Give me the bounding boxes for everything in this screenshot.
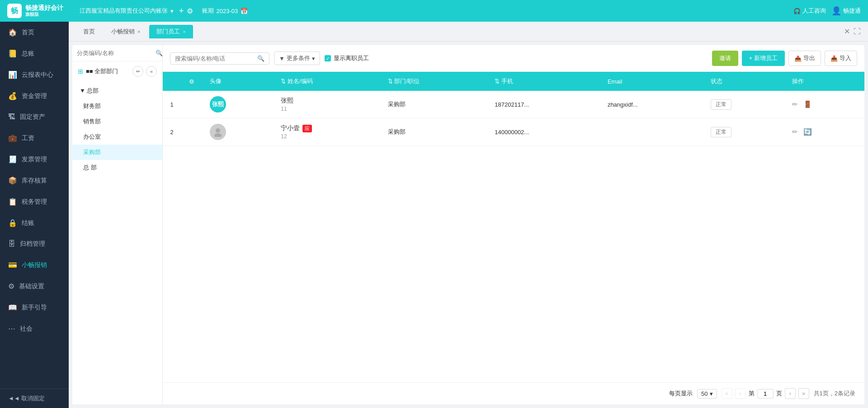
dept-purchase-label: 采购部: [83, 148, 101, 156]
period-value[interactable]: 2023-03: [217, 8, 238, 14]
reports-icon: 📊: [8, 70, 17, 79]
show-resigned-toggle[interactable]: ✓ 显示离职员工: [325, 54, 369, 62]
calendar-icon[interactable]: 📅: [241, 8, 248, 14]
all-dept-label[interactable]: ■■ 全部部门: [86, 67, 118, 75]
edit-icon[interactable]: ✏: [792, 100, 798, 108]
sidebar-item-guide[interactable]: 📖 新手引导: [0, 297, 69, 318]
sidebar-label-invoice: 发票管理: [22, 155, 47, 164]
add-employee-button[interactable]: + 新增员工: [742, 51, 785, 66]
expand-tab-button[interactable]: ⛶: [854, 27, 861, 36]
status-badge: 正常: [711, 127, 731, 137]
dept-item-sales[interactable]: 销售部: [72, 114, 162, 129]
user-label: 畅捷通: [843, 7, 861, 15]
tab-employees-close[interactable]: ×: [183, 29, 185, 34]
sidebar-item-tax[interactable]: 📋 税务管理: [0, 191, 69, 212]
page-number-input[interactable]: [757, 389, 774, 399]
page-navigation: « ‹ 第 页 › »: [722, 388, 809, 399]
user-avatar-icon: 👤: [831, 6, 841, 16]
first-page-button[interactable]: «: [722, 388, 732, 399]
sidebar-label-settings: 基础设置: [19, 282, 44, 291]
content-area: 首页 小畅报销 × 部门员工 × ✕ ⛶ 🔍: [69, 22, 868, 408]
per-page-label: 每页显示: [669, 389, 693, 398]
main-layout: 🏠 首页 📒 总账 📊 云报表中心 💰 资金管理 🏗 固定资产 💼 工资 🧾 发…: [0, 22, 868, 408]
prev-page-button[interactable]: ‹: [735, 388, 746, 399]
dept-item-office[interactable]: 办公室: [72, 129, 162, 145]
sidebar-item-home[interactable]: 🏠 首页: [0, 22, 69, 43]
tab-employees[interactable]: 部门员工 ×: [149, 25, 193, 38]
sidebar-item-payroll[interactable]: 💼 工资: [0, 127, 69, 149]
sidebar-item-assets[interactable]: 🏗 固定资产: [0, 107, 69, 127]
tab-expense[interactable]: 小畅报销 ×: [104, 25, 147, 38]
sidebar-label-assets: 固定资产: [20, 113, 45, 121]
col-dept[interactable]: ⇅ 部门/职位: [381, 72, 487, 91]
per-page-selector[interactable]: 50 ▾: [697, 389, 717, 399]
sidebar-item-more[interactable]: ⋯ 社会: [0, 318, 69, 339]
row-name-code: 张熙 11: [274, 91, 380, 118]
sidebar-item-ledger[interactable]: 📒 总账: [0, 43, 69, 64]
exit-icon[interactable]: 🚪: [803, 100, 812, 108]
unpin-button[interactable]: ◄◄ 取消固定: [0, 389, 69, 408]
sidebar-item-expense[interactable]: 💳 小畅报销: [0, 254, 69, 276]
sidebar-item-reports[interactable]: 📊 云报表中心: [0, 64, 69, 85]
expense-icon: 💳: [8, 261, 17, 269]
company-selector[interactable]: 江西服宝精品有限责任公司内账张 ▾: [80, 7, 174, 15]
ledger-icon: 📒: [8, 49, 17, 58]
dept-item-finance[interactable]: 财务部: [72, 98, 162, 114]
sidebar-item-funds[interactable]: 💰 资金管理: [0, 85, 69, 107]
filter-button[interactable]: ▼ 更多条件 ▾: [274, 52, 320, 65]
last-page-button[interactable]: »: [798, 388, 809, 399]
per-page-chevron: ▾: [710, 390, 713, 397]
dept-item-general[interactable]: 总 部: [72, 160, 162, 175]
refresh-icon[interactable]: 🔄: [803, 128, 812, 136]
invite-button[interactable]: 邀请: [712, 51, 738, 66]
filter-icon: ▼: [279, 55, 285, 62]
col-phone[interactable]: ⇅ 手机: [487, 72, 600, 91]
sidebar-item-archive[interactable]: 🗄 归档管理: [0, 234, 69, 254]
col-gear[interactable]: ⚙: [181, 72, 203, 91]
dept-header: ⊞ ■■ 全部部门 ✏ «: [72, 61, 162, 81]
dept-search-input[interactable]: [77, 50, 153, 56]
add-button[interactable]: +: [179, 6, 184, 16]
home-icon: 🏠: [8, 28, 17, 37]
sidebar-item-inventory[interactable]: 📦 库存核算: [0, 170, 69, 191]
dept-tree-root[interactable]: ▼ 总部: [72, 83, 162, 98]
user-menu[interactable]: 👤 畅捷通: [831, 6, 861, 16]
edit-icon[interactable]: ✏: [792, 128, 798, 136]
status-badge: 正常: [711, 99, 731, 110]
collapse-dept-button[interactable]: «: [146, 66, 157, 77]
chevron-down-icon: ▾: [312, 55, 315, 62]
row-name-code: 宁小壹 应 12: [274, 118, 380, 146]
sidebar-label-expense: 小畅报销: [22, 261, 47, 269]
tab-expense-close[interactable]: ×: [137, 29, 140, 34]
close-tab-button[interactable]: ✕: [844, 27, 850, 36]
top-header: 畅 畅捷通好会计 旗舰版 江西服宝精品有限责任公司内账张 ▾ + ⚙ 账期 20…: [0, 0, 868, 22]
settings-sidebar-icon: ⚙: [8, 282, 14, 291]
dept-item-purchase[interactable]: 采购部: [72, 145, 162, 160]
dept-tree: ▼ 总部 财务部 销售部 办公室 采购部: [72, 81, 162, 177]
sidebar-item-invoice[interactable]: 🧾 发票管理: [0, 149, 69, 170]
archive-icon: 🗄: [8, 240, 15, 248]
expand-arrow: ▼: [80, 87, 87, 94]
period-label: 账期: [202, 7, 214, 15]
app-title: 畅捷通好会计: [25, 4, 63, 12]
export-button[interactable]: 📤 导出: [788, 51, 821, 66]
resigned-checkbox: ✓: [325, 55, 331, 61]
import-button[interactable]: 📥 导入: [825, 51, 857, 66]
row-gear: [181, 118, 203, 146]
table-row: 1 张熙 张熙 11: [163, 91, 864, 118]
row-avatar: 张熙: [203, 91, 274, 118]
settings-icon[interactable]: ⚙: [187, 7, 193, 15]
tab-home[interactable]: 首页: [76, 25, 102, 38]
col-name[interactable]: ⇅ 姓名/编码: [274, 72, 380, 91]
employee-name: 张熙: [281, 97, 293, 105]
service-button[interactable]: 🎧 人工咨询: [793, 7, 826, 15]
employee-search-input[interactable]: [175, 55, 255, 62]
sidebar-item-closing[interactable]: 🔒 结账: [0, 212, 69, 234]
filter-label: 更多条件: [287, 54, 310, 62]
sidebar-item-settings[interactable]: ⚙ 基础设置: [0, 276, 69, 297]
row-status: 正常: [703, 91, 785, 118]
all-dept-icon: ⊞: [78, 68, 83, 75]
add-dept-button[interactable]: ✏: [132, 66, 143, 77]
next-page-button[interactable]: ›: [785, 388, 796, 399]
dept-panel: 🔍 ⊞ ■■ 全部部门 ✏ « ▼ 总部: [72, 45, 163, 404]
